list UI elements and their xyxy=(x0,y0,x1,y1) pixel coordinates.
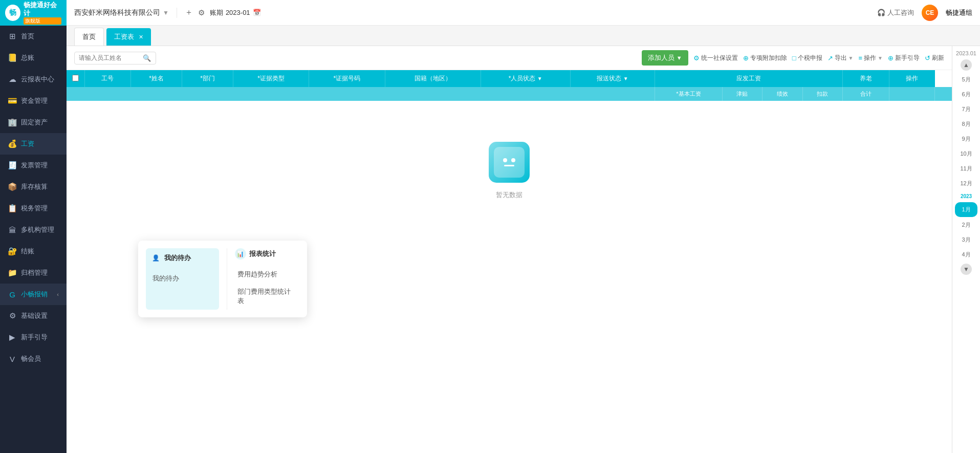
timeline-panel: 2023.01 ▲ 5月 6月 7月 8月 9月 10月 11月 12月 202… xyxy=(952,46,980,453)
timeline-nav-down[interactable]: ▼ xyxy=(961,264,972,275)
tab-home-label: 首页 xyxy=(82,33,96,40)
tax-report-icon: □ xyxy=(792,54,796,62)
col-report-status: 报送状态 ▼ xyxy=(570,70,655,87)
no-data-text: 暂无数据 xyxy=(496,190,522,200)
refresh-action[interactable]: ↺ 刷新 xyxy=(925,54,944,62)
subcol-base-salary: *基本工资 xyxy=(655,87,722,101)
tab-home[interactable]: 首页 xyxy=(74,28,104,46)
tax-report-action[interactable]: □ 个税申报 xyxy=(792,54,822,62)
topbar-right: 🎧 人工咨询 CE 畅捷通组 xyxy=(877,5,972,21)
timeline-item-oct[interactable]: 10月 xyxy=(952,146,980,161)
sidebar-item-ledger[interactable]: 📒 总账 xyxy=(0,47,67,69)
operations-action[interactable]: ≡ 操作 ▼ xyxy=(859,54,883,62)
timeline-item-mar[interactable]: 3月 xyxy=(952,232,980,247)
operations-dropdown-arrow: ▼ xyxy=(878,55,883,61)
period-selector[interactable]: 账期 2023-01 📅 xyxy=(210,8,261,17)
dropdown-panel: 👤 我的待办 我的待办 📊 报表统计 费用趋势分析 部门费用类型统计表 xyxy=(138,241,307,317)
sidebar-item-cloud-report[interactable]: ☁ 云报表中心 xyxy=(0,69,67,90)
subheader-ops-empty xyxy=(935,87,952,101)
company-name: 西安虾米网络科技有限公司 xyxy=(74,8,160,17)
sidebar-item-basic-label: 基础设置 xyxy=(21,311,48,320)
sidebar-item-multi-org-label: 多机构管理 xyxy=(21,225,54,234)
timeline-item-jan[interactable]: 1月 xyxy=(955,202,977,217)
export-label: 导出 xyxy=(835,54,847,62)
dropdown-item-expense-trend[interactable]: 费用趋势分析 xyxy=(235,266,300,283)
username-label[interactable]: 畅捷通组 xyxy=(946,8,972,17)
sidebar-item-archive-label: 归档管理 xyxy=(21,268,48,277)
select-all-checkbox[interactable] xyxy=(72,75,79,81)
sidebar-item-guide[interactable]: ▶ 新手引导 xyxy=(0,327,67,348)
tax-icon: 📋 xyxy=(8,204,17,213)
dropdown-divider xyxy=(227,248,227,310)
robot-eye-right xyxy=(511,158,515,162)
special-deduction-action[interactable]: ⊕ 专项附加扣除 xyxy=(743,54,787,62)
timeline-item-feb[interactable]: 2月 xyxy=(952,218,980,232)
timeline-item-apr[interactable]: 4月 xyxy=(952,247,980,262)
guide-icon: ▶ xyxy=(8,333,17,342)
timeline-item-jun[interactable]: 6月 xyxy=(952,87,980,102)
sidebar-item-basic[interactable]: ⚙ 基础设置 xyxy=(0,305,67,327)
col-checkbox[interactable] xyxy=(67,70,84,87)
sidebar: 畅 畅捷通好会计 旗舰版 ⊞ 首页 📒 总账 ☁ 云报表中心 💳 资金管理 🏢 … xyxy=(0,0,67,453)
col-job-no: 工号 xyxy=(84,70,131,87)
settings-button[interactable]: ⚙ xyxy=(198,8,205,17)
search-icon: 🔍 xyxy=(143,54,151,62)
inventory-icon: 📦 xyxy=(8,182,17,191)
tab-salary-table[interactable]: 工资表 ✕ xyxy=(106,28,151,46)
timeline-item-dec[interactable]: 12月 xyxy=(952,176,980,191)
sidebar-item-tax[interactable]: 📋 税务管理 xyxy=(0,198,67,219)
report-status-filter-icon[interactable]: ▼ xyxy=(623,76,628,81)
tab-close-button[interactable]: ✕ xyxy=(139,34,143,40)
sidebar-item-multi-org[interactable]: 🏛 多机构管理 xyxy=(0,219,67,241)
sidebar-item-archive[interactable]: 📁 归档管理 xyxy=(0,262,67,284)
search-input[interactable] xyxy=(79,54,140,61)
col-id-no: *证据号码 xyxy=(309,70,385,87)
timeline-item-aug[interactable]: 8月 xyxy=(952,117,980,132)
timeline-item-nov[interactable]: 11月 xyxy=(952,161,980,176)
sidebar-item-home[interactable]: ⊞ 首页 xyxy=(0,26,67,47)
sidebar-item-inventory[interactable]: 📦 库存核算 xyxy=(0,176,67,198)
timeline-item-may[interactable]: 5月 xyxy=(952,72,980,87)
tabbar: 首页 工资表 ✕ xyxy=(67,26,980,46)
sidebar-item-fixed-label: 固定资产 xyxy=(21,118,48,127)
logo-sub: 旗舰版 xyxy=(24,17,61,25)
dropdown-col-pending-title: 我的待办 xyxy=(164,253,191,263)
timeline-item-jul[interactable]: 7月 xyxy=(952,102,980,117)
sidebar-item-xiaochang[interactable]: G 小畅报销 ‹ xyxy=(0,284,67,305)
ledger-icon: 📒 xyxy=(8,53,17,62)
dropdown-item-my-pending[interactable]: 我的待办 xyxy=(150,270,215,287)
basic-icon: ⚙ xyxy=(8,311,17,320)
sidebar-item-fund[interactable]: 💳 资金管理 xyxy=(0,90,67,112)
dropdown-col-reports: 📊 报表统计 费用趋势分析 部门费用类型统计表 xyxy=(235,248,300,310)
member-icon: V xyxy=(8,355,17,363)
person-type-filter-icon[interactable]: ▼ xyxy=(537,76,542,81)
col-nationality: 国籍（地区） xyxy=(385,70,481,87)
add-person-button[interactable]: 添加人员 ▼ xyxy=(642,50,688,66)
new-guide-action[interactable]: ⊕ 新手引导 xyxy=(888,54,920,62)
add-company-button[interactable]: ＋ xyxy=(185,7,193,18)
social-security-action[interactable]: ⚙ 统一社保设置 xyxy=(693,54,738,62)
salary-icon: 💰 xyxy=(8,139,17,148)
toolbar-right: 添加人员 ▼ ⚙ 统一社保设置 ⊕ 专项附加扣除 □ 个税申报 xyxy=(642,50,944,66)
col-pension: 养老 xyxy=(843,70,889,87)
xiaochang-icon: G xyxy=(8,290,17,299)
sidebar-item-salary-label: 工资 xyxy=(21,139,34,148)
customer-service-button[interactable]: 🎧 人工咨询 xyxy=(877,8,914,17)
headset-icon: 🎧 xyxy=(877,9,885,16)
refresh-icon: ↺ xyxy=(925,54,930,62)
export-icon: ↗ xyxy=(827,54,833,62)
dropdown-col-pending-header: 👤 我的待办 xyxy=(150,252,215,264)
sidebar-item-fixed-assets[interactable]: 🏢 固定资产 xyxy=(0,112,67,133)
content-area: 🔍 添加人员 ▼ ⚙ 统一社保设置 ⊕ 专项附加扣除 xyxy=(67,46,980,453)
sidebar-item-salary[interactable]: 💰 工资 xyxy=(0,133,67,155)
sidebar-item-closing[interactable]: 🔐 结账 xyxy=(0,241,67,262)
timeline-item-sep[interactable]: 9月 xyxy=(952,132,980,146)
export-action[interactable]: ↗ 导出 ▼ xyxy=(827,54,854,62)
sidebar-item-member[interactable]: V 畅会员 xyxy=(0,348,67,370)
company-selector[interactable]: 西安虾米网络科技有限公司 ▼ xyxy=(74,8,169,17)
dropdown-item-dept-expense[interactable]: 部门费用类型统计表 xyxy=(235,283,300,310)
reports-header-icon: 📊 xyxy=(235,248,246,260)
timeline-nav-up[interactable]: ▲ xyxy=(961,59,972,71)
col-name: *姓名 xyxy=(131,70,182,87)
sidebar-item-invoice[interactable]: 🧾 发票管理 xyxy=(0,155,67,176)
